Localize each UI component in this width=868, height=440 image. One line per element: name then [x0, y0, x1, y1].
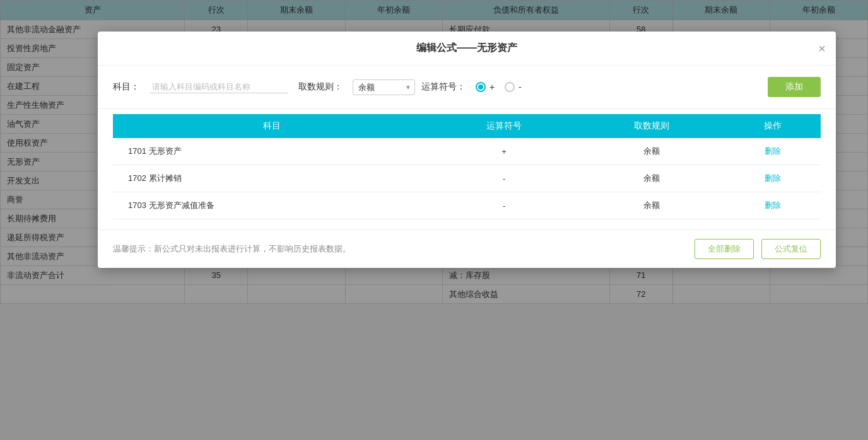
cell-action[interactable]: 删除: [725, 165, 821, 192]
subject-input[interactable]: [150, 81, 288, 93]
operator-radio-group: + -: [476, 82, 522, 92]
cell-subject: 1701 无形资产: [113, 138, 430, 165]
add-button[interactable]: 添加: [768, 77, 821, 97]
formula-row: 1701 无形资产 + 余额 删除: [113, 138, 821, 165]
cell-operator: +: [430, 138, 577, 165]
subject-label: 科目：: [113, 81, 139, 93]
modal-close-button[interactable]: ×: [818, 42, 826, 55]
rule-select-wrap: 余额 借方发生额 贷方发生额 ▼: [353, 79, 411, 95]
reset-formula-button[interactable]: 公式复位: [761, 239, 821, 259]
modal-title: 编辑公式——无形资产: [416, 42, 517, 55]
edit-formula-modal: 编辑公式——无形资产 × 科目： 取数规则： 余额 借方发生额 贷方发生额 ▼ …: [98, 32, 836, 268]
radio-plus[interactable]: +: [476, 82, 495, 92]
formula-row: 1703 无形资产减值准备 - 余额 删除: [113, 192, 821, 219]
delete-link[interactable]: 删除: [765, 173, 781, 183]
cell-operator: -: [430, 192, 577, 219]
rule-select[interactable]: 余额 借方发生额 贷方发生额: [353, 79, 415, 95]
radio-minus-circle: [505, 82, 515, 92]
radio-minus-label: -: [519, 82, 522, 92]
th-rule: 取数规则: [578, 114, 725, 138]
radio-minus[interactable]: -: [505, 82, 522, 92]
footer-tip: 温馨提示：新公式只对未出报表进行计算，不影响历史报表数据。: [113, 243, 351, 255]
cell-rule: 余额: [578, 192, 725, 219]
cell-rule: 余额: [578, 138, 725, 165]
cell-rule: 余额: [578, 165, 725, 192]
delete-link[interactable]: 删除: [765, 146, 781, 156]
rule-label: 取数规则：: [298, 81, 343, 93]
operator-label: 运算符号：: [421, 81, 466, 93]
cell-subject: 1702 累计摊销: [113, 165, 430, 192]
cell-operator: -: [430, 165, 577, 192]
footer-buttons: 全部删除 公式复位: [695, 239, 821, 259]
cell-action[interactable]: 删除: [725, 192, 821, 219]
th-action: 操作: [725, 114, 821, 138]
modal-table-wrap: 科目 运算符号 取数规则 操作 1701 无形资产 + 余额 删除 1702 累…: [98, 109, 836, 229]
th-subject: 科目: [113, 114, 430, 138]
delete-link[interactable]: 删除: [765, 200, 781, 210]
cell-action[interactable]: 删除: [725, 138, 821, 165]
delete-all-button[interactable]: 全部删除: [695, 239, 754, 259]
radio-plus-circle: [476, 82, 486, 92]
cell-subject: 1703 无形资产减值准备: [113, 192, 430, 219]
modal-header: 编辑公式——无形资产 ×: [98, 32, 836, 66]
radio-plus-label: +: [490, 82, 495, 92]
formula-table: 科目 运算符号 取数规则 操作 1701 无形资产 + 余额 删除 1702 累…: [113, 114, 821, 219]
th-operator: 运算符号: [430, 114, 577, 138]
formula-row: 1702 累计摊销 - 余额 删除: [113, 165, 821, 192]
form-row: 科目： 取数规则： 余额 借方发生额 贷方发生额 ▼ 运算符号： + - 添加: [98, 66, 836, 109]
modal-footer: 温馨提示：新公式只对未出报表进行计算，不影响历史报表数据。 全部删除 公式复位: [98, 229, 836, 268]
table-header-row: 科目 运算符号 取数规则 操作: [113, 114, 821, 138]
